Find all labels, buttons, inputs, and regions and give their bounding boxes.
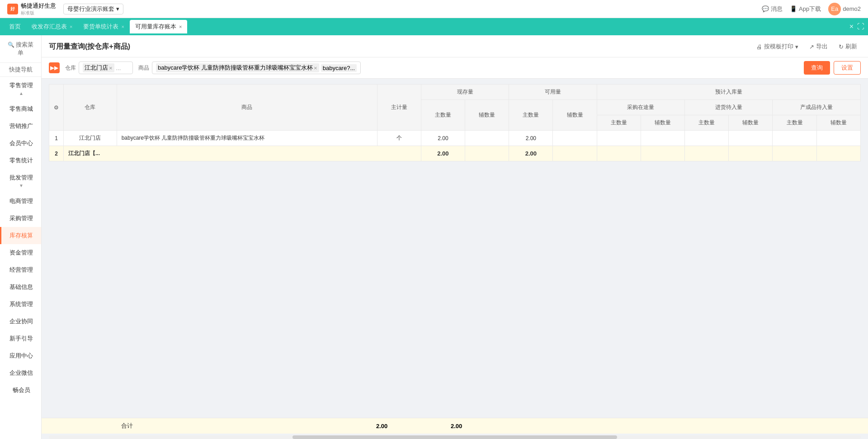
tab-purchase-stats[interactable]: 要货单统计表 × xyxy=(78,20,129,33)
warehouse-input[interactable]: 江北门店 × ... xyxy=(79,61,133,74)
logo-sub: 标准版 xyxy=(21,10,56,16)
export-label: 导出 xyxy=(816,42,828,51)
sidebar-item-ecommerce[interactable]: 电商管理 xyxy=(0,193,41,210)
wholesale-label: 批发管理 xyxy=(9,174,33,182)
sidebar: 🔍 搜索菜单 快捷导航 零售管理 ▲ 零售商城 营销推广 会员中心 零售统计 批… xyxy=(0,35,42,439)
subtotal-row: 2 江北门店【... 2.00 2.00 xyxy=(49,146,861,161)
nav-tab-actions: × ⛶ xyxy=(849,23,864,31)
sidebar-item-operations[interactable]: 经营管理 xyxy=(0,261,41,279)
user-area[interactable]: Ea demo2 xyxy=(828,3,861,15)
filter-expand-button[interactable]: ▶▶ xyxy=(49,62,60,73)
retail-stats-label: 零售统计 xyxy=(9,156,33,165)
sidebar-item-guide[interactable]: 新手引导 xyxy=(0,330,41,347)
refresh-icon: ↻ xyxy=(839,43,844,50)
sidebar-item-member2[interactable]: 畅会员 xyxy=(0,382,41,399)
subtotal-pur-pend-main xyxy=(685,146,729,161)
row-product: babycare学饮杯 儿童防摔防撞吸管杯重力球吸嘴杯宝宝水杯 xyxy=(117,131,377,146)
col-unit-header: 主计量 xyxy=(377,85,421,131)
sidebar-item-marketing[interactable]: 营销推广 xyxy=(0,118,41,135)
inventory-label: 库存核算 xyxy=(9,231,33,240)
message-label: 消息 xyxy=(771,5,783,13)
tab-stock-summary[interactable]: 收发存汇总表 × xyxy=(26,20,78,33)
search-menu-button[interactable]: 🔍 搜索菜单 xyxy=(4,39,38,59)
footer-total-label: 合计 xyxy=(121,422,133,430)
filter-action-buttons: 查询 设置 xyxy=(804,61,861,75)
quick-nav-button[interactable]: 快捷导航 xyxy=(0,63,41,77)
product-tag-1-remove[interactable]: × xyxy=(314,65,317,71)
tab-available-stock[interactable]: 可用量库存账本 × xyxy=(130,20,187,33)
warehouse-tag: 江北门店 × xyxy=(83,63,114,72)
product-tag-1: babycare学饮杯 儿童防摔防撞吸管杯重力球吸嘴杯宝宝水杯 × xyxy=(156,63,319,72)
col-purchase-transit-header: 采购在途量 xyxy=(597,100,684,115)
app-download-button[interactable]: 📱 App下载 xyxy=(790,5,821,13)
col-avail-main-header: 主数量 xyxy=(509,100,553,131)
sidebar-item-retail-shop[interactable]: 零售商城 xyxy=(0,100,41,118)
logo-area: 好 畅捷通好生意 标准版 xyxy=(7,2,56,16)
refresh-button[interactable]: ↻ 刷新 xyxy=(835,41,861,52)
row-stock-aux xyxy=(465,131,509,146)
subtotal-avail-aux xyxy=(553,146,597,161)
industry-selector[interactable]: 母婴行业演示账套 ▾ xyxy=(63,4,123,14)
col-prod-pend-main: 主数量 xyxy=(773,115,816,131)
tab-purchase-stats-close[interactable]: × xyxy=(121,24,124,29)
row-index: 1 xyxy=(49,131,64,146)
tab-available-stock-close[interactable]: × xyxy=(179,24,182,29)
data-table: ⚙ 仓库 商品 主计量 现存量 可用量 预计入库量 主数量 辅数量 主数量 辅数… xyxy=(49,84,861,161)
sidebar-item-basic-info[interactable]: 基础信息 xyxy=(0,279,41,296)
col-settings-header[interactable]: ⚙ xyxy=(49,85,64,131)
row-avail-main: 2.00 xyxy=(509,131,553,146)
table-row: 1 江北门店 babycare学饮杯 儿童防摔防撞吸管杯重力球吸嘴杯宝宝水杯 个… xyxy=(49,131,861,146)
tab-fullscreen[interactable]: ⛶ xyxy=(857,23,864,31)
logo-icon: 好 xyxy=(7,4,18,14)
app-center-label: 应用中心 xyxy=(9,352,33,360)
message-button[interactable]: 💬 消息 xyxy=(762,5,783,13)
warehouse-dots[interactable]: ... xyxy=(116,65,121,71)
sidebar-item-wechat[interactable]: 企业微信 xyxy=(0,364,41,382)
tab-home[interactable]: 首页 xyxy=(4,20,26,33)
subtotal-prod-pend-main xyxy=(773,146,816,161)
print-icon: 🖨 xyxy=(756,43,762,50)
product-tag-2: babycare?... xyxy=(321,64,357,72)
sidebar-item-enterprise[interactable]: 企业协同 xyxy=(0,313,41,330)
export-icon: ↗ xyxy=(809,43,814,50)
enterprise-label: 企业协同 xyxy=(9,317,33,326)
system-label: 系统管理 xyxy=(9,300,33,308)
setting-button[interactable]: 设置 xyxy=(834,61,861,75)
sidebar-item-app-center[interactable]: 应用中心 xyxy=(0,347,41,364)
subtotal-warehouse: 江北门店【... xyxy=(64,146,421,161)
finance-label: 资金管理 xyxy=(9,249,33,257)
tab-close-all[interactable]: × xyxy=(849,23,854,31)
subtotal-index: 2 xyxy=(49,146,64,161)
sidebar-item-retail-mgmt[interactable]: 零售管理 ▲ xyxy=(0,77,41,100)
print-button[interactable]: 🖨 按模板打印 ▾ xyxy=(753,41,802,52)
tab-purchase-stats-label: 要货单统计表 xyxy=(83,23,118,31)
product-input[interactable]: babycare学饮杯 儿童防摔防撞吸管杯重力球吸嘴杯宝宝水杯 × babyca… xyxy=(152,61,361,74)
row-stock-main: 2.00 xyxy=(421,131,465,146)
sidebar-item-system[interactable]: 系统管理 xyxy=(0,296,41,313)
refresh-label: 刷新 xyxy=(845,42,857,51)
col-stock-header: 现存量 xyxy=(421,85,509,100)
col-purchase-pending-header: 进货待入量 xyxy=(685,100,773,115)
logo-text: 畅捷通好生意 xyxy=(21,2,56,10)
filter-row: ▶▶ 仓库 江北门店 × ... 商品 babycare学饮杯 儿童防摔防撞吸管… xyxy=(42,57,868,79)
warehouse-tag-remove[interactable]: × xyxy=(109,65,113,71)
col-available-header: 可用量 xyxy=(509,85,597,100)
subtotal-avail-main: 2.00 xyxy=(509,146,553,161)
export-button[interactable]: ↗ 导出 xyxy=(806,41,831,52)
sidebar-item-inventory[interactable]: 库存核算 xyxy=(0,227,41,244)
footer-avail-main: 2.00 xyxy=(451,423,462,430)
sidebar-item-retail-stats[interactable]: 零售统计 xyxy=(0,152,41,169)
row-unit: 个 xyxy=(377,131,421,146)
footer-stock-main: 2.00 xyxy=(376,423,387,430)
tab-stock-summary-close[interactable]: × xyxy=(70,24,72,29)
query-button[interactable]: 查询 xyxy=(804,61,830,75)
marketing-label: 营销推广 xyxy=(9,122,33,130)
horizontal-scrollbar[interactable] xyxy=(49,435,861,439)
sidebar-item-finance[interactable]: 资金管理 xyxy=(0,244,41,261)
scrollbar-thumb[interactable] xyxy=(292,435,617,439)
sidebar-item-member[interactable]: 会员中心 xyxy=(0,135,41,152)
sidebar-item-purchase[interactable]: 采购管理 xyxy=(0,210,41,227)
industry-chevron: ▾ xyxy=(116,5,119,12)
sidebar-item-wholesale[interactable]: 批发管理 ▼ xyxy=(0,169,41,193)
subtotal-stock-main: 2.00 xyxy=(421,146,465,161)
